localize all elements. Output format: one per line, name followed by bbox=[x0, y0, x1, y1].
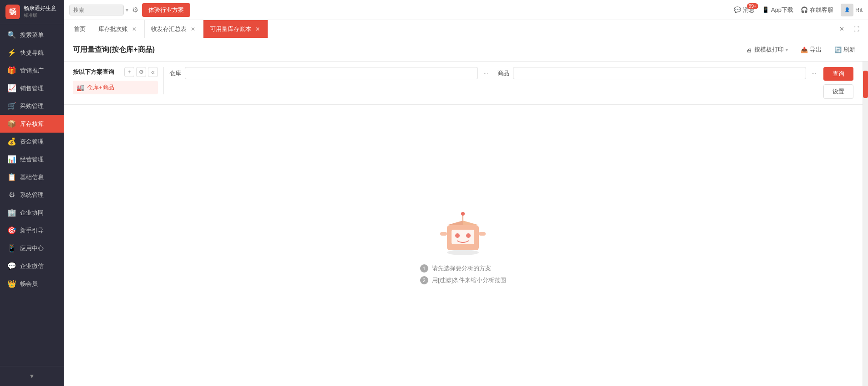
sidebar-item-label: 企业协同 bbox=[20, 209, 44, 217]
empty-tips: 1 请先选择要分析的方案 2 用[过滤]条件来缩小分析范围 bbox=[420, 264, 506, 284]
sidebar-item-label: 畅会员 bbox=[20, 280, 38, 288]
goods-label: 商品 bbox=[497, 69, 509, 77]
tabs-fullscreen-button[interactable]: ⛶ bbox=[850, 23, 863, 36]
tab-close-deposit-summary[interactable]: ✕ bbox=[189, 26, 197, 33]
user-avatar-button[interactable]: 👤 Rit bbox=[841, 4, 863, 16]
export-icon: 📤 bbox=[801, 46, 808, 53]
sidebar-item-label: 新手引导 bbox=[20, 226, 44, 235]
warehouse-input[interactable] bbox=[185, 67, 478, 79]
user-initials: 👤 bbox=[844, 7, 850, 12]
main-scroll-container: 按以下方案查询 + ⚙ « 🏭 仓库+商品 bbox=[64, 62, 868, 386]
scrollbar-thumb bbox=[863, 71, 868, 98]
sidebar-item-wechat[interactable]: 💬 企业微信 bbox=[0, 257, 64, 275]
tab-close-available-qty[interactable]: ✕ bbox=[254, 26, 261, 33]
building-icon: 🏢 bbox=[7, 208, 16, 217]
sidebar-item-finance[interactable]: 💰 资金管理 bbox=[0, 133, 64, 150]
settings-button[interactable]: 设置 bbox=[823, 84, 853, 99]
scheme-item-warehouse-goods[interactable]: 🏭 仓库+商品 bbox=[73, 81, 158, 94]
page-content: 可用量查询(按仓库+商品) 🖨 按模板打印 ▾ 📤 导出 🔄 刷新 bbox=[64, 38, 868, 386]
app-download-label: App下载 bbox=[771, 6, 793, 14]
sidebar-item-search[interactable]: 🔍 搜索菜单 bbox=[0, 26, 64, 44]
chevron-down-icon: ▾ bbox=[126, 7, 128, 13]
sidebar-item-quick-nav[interactable]: ⚡ 快捷导航 bbox=[0, 44, 64, 62]
tab-batch-account[interactable]: 库存批次账 ✕ bbox=[92, 20, 145, 38]
page-title: 可用量查询(按仓库+商品) bbox=[73, 45, 155, 55]
user-name: Rit bbox=[855, 6, 863, 13]
chat-icon: 💬 bbox=[7, 262, 16, 270]
tab-available-qty[interactable]: 可用量库存账本 ✕ bbox=[203, 20, 268, 38]
dropdown-icon: ▾ bbox=[786, 47, 788, 52]
clipboard-icon: 📋 bbox=[7, 173, 16, 181]
quick-nav-icon: ⚡ bbox=[7, 48, 16, 57]
headset-icon: 🎧 bbox=[801, 6, 808, 13]
export-button[interactable]: 📤 导出 bbox=[797, 44, 825, 56]
sidebar-bottom: ▼ bbox=[0, 366, 64, 386]
sidebar-item-label: 经营管理 bbox=[20, 155, 44, 164]
avatar: 👤 bbox=[841, 4, 853, 16]
search-input[interactable] bbox=[69, 5, 124, 15]
filter-sidebar-header: 按以下方案查询 + ⚙ « bbox=[73, 67, 158, 77]
sidebar-scroll-down[interactable]: ▼ bbox=[0, 370, 64, 382]
trial-industry-button[interactable]: 体验行业方案 bbox=[142, 3, 190, 17]
warehouse-more-button[interactable]: ··· bbox=[482, 69, 490, 77]
box-icon: 📦 bbox=[7, 119, 16, 128]
sidebar-item-label: 采购管理 bbox=[20, 102, 44, 110]
sidebar-item-label: 系统管理 bbox=[20, 191, 44, 199]
sidebar-item-enterprise[interactable]: 🏢 企业协同 bbox=[0, 204, 64, 221]
tab-deposit-summary[interactable]: 收发存汇总表 ✕ bbox=[145, 20, 203, 38]
sidebar-item-apps[interactable]: 📱 应用中心 bbox=[0, 239, 64, 257]
sidebar-item-label: 营销推广 bbox=[20, 67, 44, 75]
sidebar-logo: 畅 bbox=[5, 5, 20, 19]
warehouse-label: 仓库 bbox=[169, 69, 181, 77]
print-template-button[interactable]: 🖨 按模板打印 ▾ bbox=[743, 44, 792, 56]
sidebar-item-purchase[interactable]: 🛒 采购管理 bbox=[0, 97, 64, 115]
tab-label: 库存批次账 bbox=[98, 25, 128, 33]
svg-point-4 bbox=[466, 233, 471, 238]
tabs-bar: 首页 库存批次账 ✕ 收发存汇总表 ✕ 可用量库存账本 ✕ ✕ ⛶ bbox=[64, 20, 868, 38]
sidebar-item-operations[interactable]: 📊 经营管理 bbox=[0, 150, 64, 168]
scheme-item-label: 仓库+商品 bbox=[87, 83, 114, 92]
sidebar-item-label: 快捷导航 bbox=[20, 49, 44, 57]
sidebar-item-marketing[interactable]: 🎁 营销推广 bbox=[0, 62, 64, 79]
right-scrollbar[interactable] bbox=[863, 62, 868, 386]
refresh-label: 刷新 bbox=[843, 46, 855, 54]
refresh-button[interactable]: 🔄 刷新 bbox=[831, 44, 859, 56]
svg-point-0 bbox=[447, 250, 479, 255]
tabs-right-actions: ✕ ⛶ bbox=[835, 23, 864, 36]
warehouse-filter-group: 仓库 ··· bbox=[169, 67, 490, 79]
empty-tip-1: 1 请先选择要分析的方案 bbox=[420, 264, 506, 273]
empty-illustration bbox=[438, 207, 488, 257]
sidebar-item-label: 库存核算 bbox=[20, 120, 44, 128]
add-scheme-button[interactable]: + bbox=[124, 67, 134, 77]
sidebar-brand: 畅康通好生意 标准版 bbox=[24, 5, 56, 19]
goods-input[interactable] bbox=[513, 67, 806, 79]
empty-state: 1 请先选择要分析的方案 2 用[过滤]条件来缩小分析范围 bbox=[420, 207, 506, 284]
collapse-scheme-button[interactable]: « bbox=[148, 67, 158, 77]
tab-close-batch-account[interactable]: ✕ bbox=[131, 26, 138, 33]
sidebar-item-member[interactable]: 👑 畅会员 bbox=[0, 275, 64, 293]
sidebar-item-basic[interactable]: 📋 基础信息 bbox=[0, 168, 64, 186]
sidebar: 畅 畅康通好生意 标准版 🔍 搜索菜单 ⚡ 快捷导航 🎁 营销推广 📈 销售管理… bbox=[0, 0, 64, 386]
tab-label: 收发存汇总表 bbox=[151, 25, 187, 33]
tip-2-number: 2 bbox=[420, 276, 428, 284]
message-button[interactable]: 💬 消息 99+ bbox=[734, 6, 755, 14]
settings-icon[interactable]: ⚙ bbox=[132, 5, 138, 14]
tab-home[interactable]: 首页 bbox=[67, 20, 92, 38]
cart-icon: 🛒 bbox=[7, 102, 16, 110]
goods-more-button[interactable]: ··· bbox=[810, 69, 818, 77]
sidebar-title: 畅康通好生意 bbox=[24, 5, 56, 12]
top-header: ▾ ⚙ 体验行业方案 💬 消息 99+ 📱 App下载 🎧 在线客服 👤 bbox=[64, 0, 868, 20]
sidebar-item-sales[interactable]: 📈 销售管理 bbox=[0, 79, 64, 97]
refresh-icon: 🔄 bbox=[834, 46, 842, 53]
edit-scheme-button[interactable]: ⚙ bbox=[136, 67, 146, 77]
money-icon: 💰 bbox=[7, 137, 16, 146]
message-icon: 💬 bbox=[734, 6, 741, 13]
query-button[interactable]: 查询 bbox=[823, 67, 853, 81]
sidebar-item-system[interactable]: ⚙ 系统管理 bbox=[0, 186, 64, 204]
online-service-button[interactable]: 🎧 在线客服 bbox=[801, 6, 833, 14]
gear-icon: ⚙ bbox=[7, 190, 16, 199]
sidebar-item-inventory[interactable]: 📦 库存核算 bbox=[0, 115, 64, 133]
tabs-close-all-button[interactable]: ✕ bbox=[835, 23, 848, 36]
app-download-button[interactable]: 📱 App下载 bbox=[762, 6, 793, 14]
sidebar-item-newbie[interactable]: 🎯 新手引导 bbox=[0, 221, 64, 239]
